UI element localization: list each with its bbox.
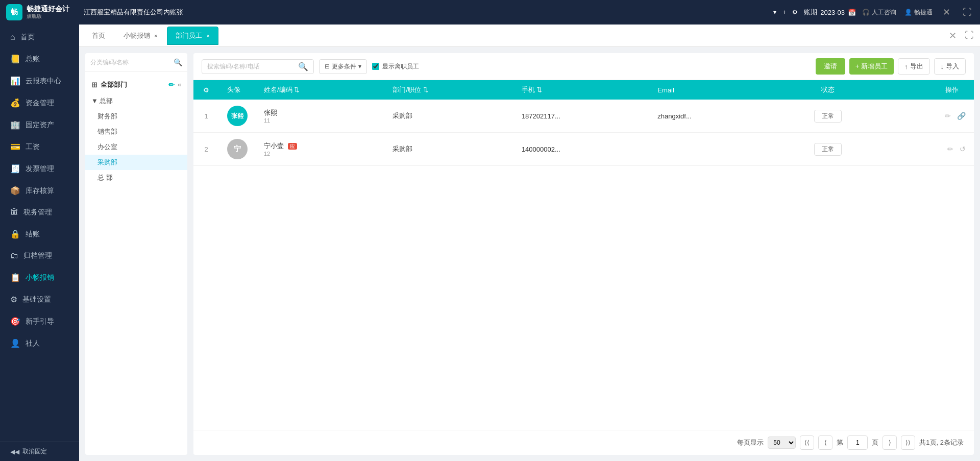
tab-dept-employee[interactable]: 部门员工 × <box>167 27 218 45</box>
add-employee-btn[interactable]: + 新增员工 <box>849 58 894 75</box>
period-value: 2023-03 <box>820 9 845 16</box>
sidebar-item-funds[interactable]: 💰 资金管理 <box>0 92 79 114</box>
employee-table-container: ⚙ 头像 姓名/编码 ⇅ 部门/职位 ⇅ <box>193 80 974 430</box>
dept-item-general[interactable]: 总 部 <box>85 170 187 185</box>
row1-edit-icon[interactable]: ✏ <box>945 112 951 120</box>
show-resigned-text: 显示离职员工 <box>382 62 419 71</box>
tab-bar: 首页 小畅报销 × 部门员工 × ✕ ⛶ <box>79 25 980 47</box>
sidebar-item-archive[interactable]: 🗂 归档管理 <box>0 245 79 266</box>
employee-search-box: 🔍 <box>202 59 314 74</box>
tab-home[interactable]: 首页 <box>83 27 114 45</box>
sidebar-item-expense[interactable]: 📋 小畅报销 <box>0 266 79 288</box>
row2-email <box>649 133 773 166</box>
company-dropdown[interactable]: ▾ <box>773 9 776 16</box>
status-badge-1: 正常 <box>814 110 842 123</box>
row1-code: 11 <box>264 117 376 124</box>
first-page-btn[interactable]: ⟨⟨ <box>800 435 814 450</box>
dept-item-office[interactable]: 办公室 <box>85 139 187 155</box>
row1-link-icon[interactable]: 🔗 <box>957 112 966 120</box>
row2-num: 2 <box>193 133 219 166</box>
tab-close-icon[interactable]: ✕ <box>947 28 959 43</box>
dept-item-hq[interactable]: ▼ 总部 <box>85 93 187 109</box>
page-size-select[interactable]: 50 10 20 100 <box>768 436 796 449</box>
dept-collapse-icon[interactable]: « <box>178 81 181 88</box>
dept-item-purchase[interactable]: 采购部 <box>85 155 187 170</box>
filter-icon: ⊟ <box>325 63 330 70</box>
import-btn[interactable]: ↓ 导入 <box>934 58 966 75</box>
top-bar: 畅 畅捷通好会计 旗舰版 江西服宝精品有限责任公司内账张 ▾ + ⚙ 账期 20… <box>0 0 980 25</box>
sidebar-item-settings[interactable]: ⚙ 基础设置 <box>0 288 79 310</box>
tab-expense-close[interactable]: × <box>154 33 157 39</box>
prev-page-btn[interactable]: ⟨ <box>818 435 832 450</box>
sidebar-item-label: 归档管理 <box>23 251 52 260</box>
sidebar-item-tax[interactable]: 🏛 税务管理 <box>0 202 79 223</box>
unpin-btn[interactable]: ◀◀ 取消固定 <box>0 442 79 461</box>
row2-refresh-icon[interactable]: ↺ <box>960 145 966 153</box>
sidebar-item-assets[interactable]: 🏢 固定资产 <box>0 114 79 136</box>
employee-search-input[interactable] <box>207 63 295 70</box>
show-resigned-label[interactable]: 显示离职员工 <box>372 62 419 71</box>
page-unit: 页 <box>872 438 878 447</box>
right-panel: 🔍 ⊟ 更多条件 ▾ 显示离职员工 邀请 + 新增员工 <box>193 53 974 455</box>
row2-name-cell: 宁小壹 应 12 <box>256 133 384 166</box>
tab-dept-employee-close[interactable]: × <box>206 33 209 39</box>
grid-icon: ⊞ <box>91 81 97 89</box>
dept-edit-icon[interactable]: ✏ <box>168 81 175 89</box>
tab-expand-icon[interactable]: ⛶ <box>963 28 976 43</box>
filter-btn[interactable]: ⊟ 更多条件 ▾ <box>319 59 367 74</box>
sidebar-item-label: 首页 <box>20 33 35 42</box>
sidebar-item-guide[interactable]: 🎯 新手引导 <box>0 310 79 332</box>
dept-all-item[interactable]: ⊞ 全部部门 ✏ « <box>85 76 187 93</box>
service-btn[interactable]: 🎧 人工咨询 <box>862 8 896 17</box>
page-input[interactable] <box>847 435 868 450</box>
sidebar-item-home[interactable]: ⌂ 首页 <box>0 27 79 48</box>
reports-icon: 📊 <box>10 76 20 86</box>
assets-icon: 🏢 <box>10 120 20 130</box>
sidebar-item-closing[interactable]: 🔒 结账 <box>0 223 79 245</box>
user-area[interactable]: 👤 畅捷通 <box>904 8 933 17</box>
row1-name-cell: 张熙 11 <box>256 100 384 133</box>
inventory-icon: 📦 <box>10 186 20 196</box>
row1-email: zhangxidf... <box>649 100 773 133</box>
dept-general-label: 总 部 <box>97 174 113 181</box>
col-dept[interactable]: 部门/职位 ⇅ <box>384 80 513 100</box>
sidebar-item-invoice[interactable]: 🧾 发票管理 <box>0 158 79 180</box>
settings-btn[interactable]: ⚙ <box>792 9 798 16</box>
app-name: 畅捷通好会计 <box>27 5 69 13</box>
sidebar-item-salary[interactable]: 💳 工资 <box>0 136 79 158</box>
dept-search-input[interactable] <box>90 59 174 66</box>
closing-icon: 🔒 <box>10 229 20 239</box>
avatar2: 宁 <box>227 139 248 159</box>
page-size-label: 每页显示 <box>737 438 764 447</box>
show-resigned-checkbox[interactable] <box>372 63 379 70</box>
last-page-btn[interactable]: ⟩⟩ <box>901 435 915 450</box>
window-close-btn[interactable]: ✕ <box>941 5 952 20</box>
dept-item-sales[interactable]: 销售部 <box>85 124 187 139</box>
tab-expense[interactable]: 小畅报销 × <box>115 27 166 45</box>
window-expand-btn[interactable]: ⛶ <box>961 5 974 20</box>
invite-btn[interactable]: 邀请 <box>816 58 845 75</box>
period-area: 账期 2023-03 📅 <box>804 8 856 17</box>
dept-item-finance[interactable]: 财务部 <box>85 109 187 124</box>
sidebar-item-user[interactable]: 👤 社人 <box>0 332 79 354</box>
col-name[interactable]: 姓名/编码 ⇅ <box>256 80 384 100</box>
dept-search-icon[interactable]: 🔍 <box>174 58 182 66</box>
employee-search-icon[interactable]: 🔍 <box>298 62 308 71</box>
home-icon: ⌂ <box>10 33 15 42</box>
row2-edit-icon[interactable]: ✏ <box>947 145 953 153</box>
calendar-icon[interactable]: 📅 <box>848 9 856 16</box>
sidebar-item-reports[interactable]: 📊 云报表中心 <box>0 70 79 92</box>
page-label: 第 <box>837 438 843 447</box>
col-phone[interactable]: 手机 ⇅ <box>513 80 649 100</box>
sidebar-item-label: 税务管理 <box>23 208 52 217</box>
export-label: 导出 <box>910 62 923 71</box>
filter-label: 更多条件 <box>332 62 356 71</box>
add-company-btn[interactable]: + <box>782 9 786 16</box>
next-page-btn[interactable]: ⟩ <box>883 435 897 450</box>
col-settings[interactable]: ⚙ <box>193 80 219 100</box>
export-btn[interactable]: ↑ 导出 <box>898 58 930 75</box>
avatar1: 张熙 <box>227 106 248 126</box>
sidebar-item-inventory[interactable]: 📦 库存核算 <box>0 180 79 202</box>
logo-area: 畅 畅捷通好会计 旗舰版 <box>6 4 78 20</box>
sidebar-item-ledger[interactable]: 📒 总账 <box>0 48 79 70</box>
